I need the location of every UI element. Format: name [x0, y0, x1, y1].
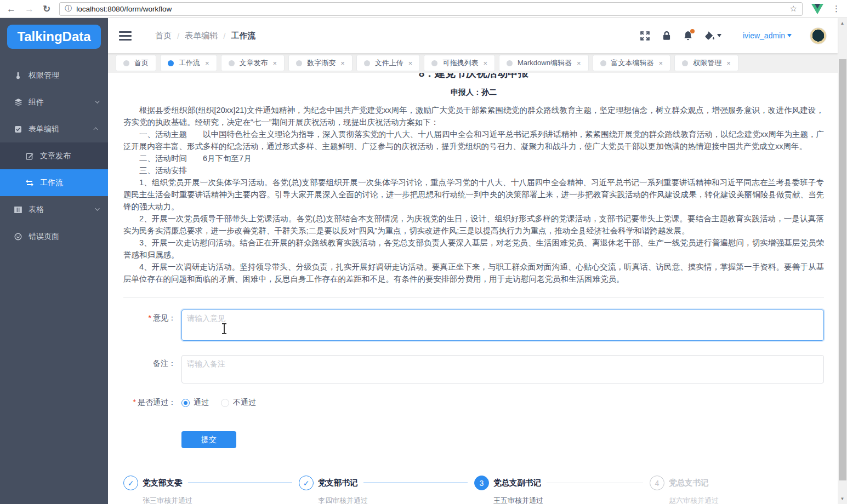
- document-paragraph: 1、组织党员开展一次集体学习活动。各党(总)支部要组织开展一次集体学习讨论，重点…: [123, 176, 824, 213]
- hamburger-menu-icon[interactable]: [119, 29, 132, 43]
- radio-label: 不通过: [233, 398, 256, 408]
- close-icon[interactable]: ×: [659, 59, 663, 67]
- step-description: 赵六审核并通过: [669, 496, 825, 504]
- workflow-page: 8：建党节庆祝活动申报 申报人：孙二 根据县委组织部(组织[20xx]21)文件…: [108, 73, 838, 504]
- step-number-icon: 3: [474, 476, 489, 490]
- close-icon[interactable]: ×: [340, 59, 345, 67]
- step-3: 3 党总支副书记 王五审核并通过: [474, 476, 650, 504]
- tab-dot-icon: [364, 60, 370, 66]
- application-document: 8：建党节庆祝活动申报 申报人：孙二 根据县委组织部(组织[20xx]21)文件…: [123, 73, 824, 285]
- tab-dot-icon: [123, 60, 129, 66]
- sidebar-item-article-publish[interactable]: 文章发布: [0, 142, 108, 169]
- divider: [123, 297, 824, 298]
- page-info-icon[interactable]: ⓘ: [65, 4, 72, 14]
- step-1: ✓ 党支部支委 张三审核并通过: [123, 476, 299, 504]
- avatar[interactable]: [810, 27, 827, 44]
- approval-form: *意见： 备注： *是否通过：: [123, 310, 824, 448]
- url-text[interactable]: localhost:8080/form/workflow: [76, 5, 172, 13]
- sidebar-item-label: 表格: [29, 205, 44, 215]
- step-connector: [188, 483, 293, 483]
- vertical-scrollbar[interactable]: ▲ ▼: [838, 18, 847, 504]
- radio-selected-icon[interactable]: [181, 399, 190, 407]
- tab-markdown-editor[interactable]: Markdown编辑器 ×: [499, 55, 589, 71]
- tab-upload[interactable]: 文件上传 ×: [356, 55, 420, 71]
- text-cursor-icon: [224, 324, 225, 333]
- theme-bucket-icon[interactable]: [704, 31, 721, 41]
- username: iview_admin: [743, 31, 785, 40]
- tab-home[interactable]: 首页: [116, 55, 156, 71]
- scroll-down-arrow-icon[interactable]: ▼: [838, 495, 847, 503]
- browser-back-icon[interactable]: ←: [7, 4, 16, 14]
- step-description: 李四审核并通过: [318, 496, 474, 504]
- breadcrumb-home[interactable]: 首页: [155, 31, 172, 41]
- close-icon[interactable]: ×: [408, 59, 413, 67]
- radio-option-pass[interactable]: 通过: [181, 398, 209, 408]
- note-textarea[interactable]: [181, 355, 824, 383]
- step-4: 4 党总支书记 赵六审核并通过: [650, 476, 825, 504]
- open-tabs-bar: 首页 工作流 × 文章发布 × 数字渐变 × 文件上传 × 可拖拽列表 ×: [108, 53, 838, 73]
- user-menu[interactable]: iview_admin: [743, 31, 792, 40]
- bookmark-star-icon[interactable]: ☆: [790, 4, 797, 14]
- opinion-textarea[interactable]: [181, 310, 824, 341]
- notification-badge: [690, 29, 695, 33]
- sidebar-item-error-pages[interactable]: 错误页面: [0, 223, 108, 250]
- step-connector: [363, 483, 468, 483]
- scrollbar-thumb[interactable]: [839, 59, 846, 480]
- fullscreen-icon[interactable]: [640, 31, 650, 41]
- lock-icon[interactable]: [662, 31, 672, 41]
- close-icon[interactable]: ×: [205, 59, 209, 67]
- sidebar-item-label: 工作流: [40, 178, 63, 188]
- close-icon[interactable]: ×: [726, 59, 731, 67]
- chevron-up-icon: [93, 128, 98, 133]
- step-2: ✓ 党支部书记 李四审核并通过: [299, 476, 474, 504]
- notification-bell-icon[interactable]: [683, 31, 693, 41]
- submit-button[interactable]: 提交: [181, 431, 236, 448]
- sidebar-item-form-edit[interactable]: 表单编辑: [0, 116, 108, 142]
- tab-workflow[interactable]: 工作流 ×: [160, 55, 217, 71]
- vue-devtools-icon[interactable]: [811, 4, 823, 14]
- app-header: 首页 / 表单编辑 / 工作流 iview_admin: [108, 18, 838, 53]
- close-icon[interactable]: ×: [483, 59, 487, 67]
- tab-label: 数字渐变: [307, 58, 336, 68]
- checkbox-icon: [14, 125, 22, 134]
- radio-option-fail[interactable]: 不通过: [221, 398, 256, 408]
- breadcrumb-current: 工作流: [231, 31, 255, 41]
- sidebar-item-workflow[interactable]: 工作流: [0, 169, 108, 196]
- radio-unselected-icon[interactable]: [221, 399, 229, 407]
- sidebar-item-label: 表单编辑: [29, 124, 59, 134]
- breadcrumb-separator: /: [177, 31, 179, 41]
- tab-permissions[interactable]: 权限管理 ×: [674, 55, 738, 71]
- scroll-up-arrow-icon[interactable]: ▲: [838, 19, 847, 27]
- step-title: 党总支书记: [669, 478, 709, 488]
- browser-forward-icon[interactable]: →: [25, 4, 34, 14]
- main-area: 首页 / 表单编辑 / 工作流 iview_admin: [108, 18, 838, 504]
- document-title: 8：建党节庆祝活动申报: [123, 73, 824, 81]
- sidebar-item-components[interactable]: 组件: [0, 89, 108, 116]
- step-check-icon: ✓: [123, 476, 138, 490]
- step-check-icon: ✓: [299, 476, 314, 490]
- sidebar-item-label: 组件: [29, 98, 44, 107]
- applicant-line: 申报人：孙二: [123, 88, 824, 98]
- tab-drag-list[interactable]: 可拖拽列表 ×: [424, 55, 495, 71]
- sidebar-item-tables[interactable]: 表格: [0, 196, 108, 223]
- logo-container: TalkingData: [0, 18, 108, 54]
- breadcrumb-section[interactable]: 表单编辑: [185, 31, 218, 41]
- tab-rich-text-editor[interactable]: 富文本编辑器 ×: [593, 55, 671, 71]
- chevron-down-icon: [95, 99, 100, 104]
- sidebar-item-label: 文章发布: [40, 151, 71, 161]
- address-bar[interactable]: ⓘ localhost:8080/form/workflow ☆: [59, 2, 803, 16]
- browser-menu-icon[interactable]: ⋮: [832, 4, 840, 14]
- tab-dot-icon: [431, 60, 437, 66]
- tab-count-to[interactable]: 数字渐变 ×: [288, 55, 353, 71]
- close-icon[interactable]: ×: [577, 59, 581, 67]
- tab-dot-icon: [168, 60, 174, 66]
- close-icon[interactable]: ×: [273, 59, 277, 67]
- table-icon: [14, 205, 22, 214]
- tab-label: 富文本编辑器: [611, 58, 654, 68]
- sidebar-item-permissions[interactable]: 权限管理: [0, 62, 108, 89]
- browser-reload-icon[interactable]: ↻: [43, 4, 50, 14]
- tab-article-publish[interactable]: 文章发布 ×: [221, 55, 285, 71]
- error-face-icon: [14, 232, 22, 241]
- talkingdata-logo[interactable]: TalkingData: [7, 25, 101, 49]
- step-connector: [547, 483, 643, 483]
